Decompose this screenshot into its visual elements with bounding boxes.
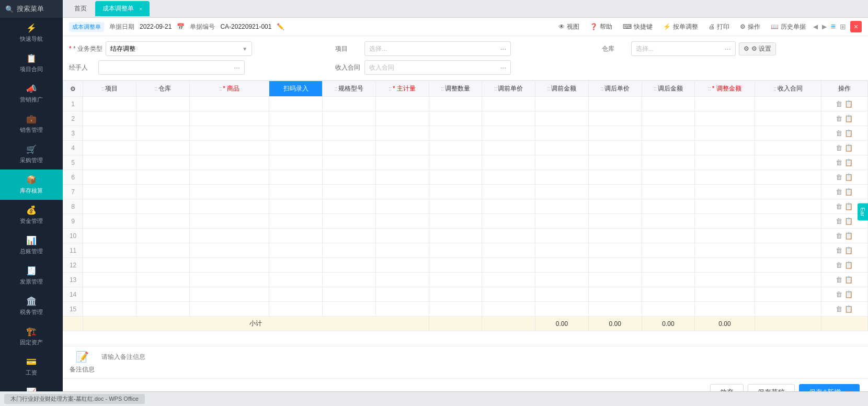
cell-prev-unit-price-4[interactable] <box>482 141 535 155</box>
close-button[interactable]: × <box>850 21 862 32</box>
delete-icon-1[interactable]: 🗑 <box>836 100 842 108</box>
sidebar-item-project-contract[interactable]: 📋 项目合同 <box>0 48 63 78</box>
col-scan[interactable]: 扫码录入 <box>269 81 323 97</box>
cell-product-15[interactable] <box>189 302 269 317</box>
copy-icon-2[interactable]: 📋 <box>844 115 853 122</box>
sidebar-item-purchase-mgmt[interactable]: 🛒 采购管理 <box>0 139 63 170</box>
copy-icon-13[interactable]: 📋 <box>844 276 853 284</box>
copy-icon-7[interactable]: 📋 <box>844 188 853 196</box>
cell-adj-unit-price-1[interactable] <box>588 97 642 111</box>
cell-income-contract-11[interactable] <box>755 243 821 258</box>
delete-icon-10[interactable]: 🗑 <box>836 232 842 240</box>
cell-adj-qty-1[interactable] <box>429 97 482 111</box>
cell-product-2[interactable] <box>189 111 269 126</box>
cell-income-contract-3[interactable] <box>755 126 821 141</box>
cell-adj-qty-9[interactable] <box>429 214 482 229</box>
cell-prev-unit-price-5[interactable] <box>482 155 535 170</box>
cell-adj-unit-price-4[interactable] <box>588 141 642 155</box>
cell-action-3[interactable]: 🗑 📋 <box>821 126 867 141</box>
cell-prev-amount-10[interactable] <box>535 229 589 243</box>
view-list-icon[interactable]: ≡ <box>831 22 836 31</box>
cell-prev-unit-price-6[interactable] <box>482 170 535 185</box>
cell-scan-7[interactable] <box>269 185 323 199</box>
cell-product-12[interactable] <box>189 258 269 273</box>
cell-adj-qty-14[interactable] <box>429 287 482 302</box>
batch-adjust-action[interactable]: ⚡ 按单调整 <box>660 21 701 32</box>
cell-adj-total-5[interactable] <box>695 155 755 170</box>
cell-action-6[interactable]: 🗑 📋 <box>821 170 867 185</box>
cell-income-contract-15[interactable] <box>755 302 821 317</box>
sidebar-item-invoice-mgmt[interactable]: 🧾 发票管理 <box>0 261 63 291</box>
delete-icon-4[interactable]: 🗑 <box>836 144 842 152</box>
cell-product-5[interactable] <box>189 155 269 170</box>
sidebar-search[interactable]: 🔍 搜索菜单 <box>0 0 63 18</box>
cell-unit-3[interactable] <box>375 126 429 141</box>
cell-adj-total-13[interactable] <box>695 273 755 287</box>
handler-input[interactable]: ··· <box>98 60 245 75</box>
cell-adj-total-9[interactable] <box>695 214 755 229</box>
cell-prev-unit-price-9[interactable] <box>482 214 535 229</box>
cell-spec-7[interactable] <box>323 185 376 199</box>
cell-spec-10[interactable] <box>323 229 376 243</box>
delete-icon-7[interactable]: 🗑 <box>836 188 842 196</box>
delete-icon-3[interactable]: 🗑 <box>836 129 842 137</box>
biz-type-input[interactable]: 结存调整 ▼ <box>106 41 252 56</box>
cell-unit-14[interactable] <box>375 287 429 302</box>
cell-adj-amount-12[interactable] <box>642 258 695 273</box>
cell-spec-15[interactable] <box>323 302 376 317</box>
cell-warehouse-14[interactable] <box>136 287 189 302</box>
cell-product-1[interactable] <box>189 97 269 111</box>
cell-project-3[interactable] <box>83 126 136 141</box>
cell-prev-amount-8[interactable] <box>535 199 589 214</box>
delete-icon-8[interactable]: 🗑 <box>836 202 842 210</box>
cell-project-5[interactable] <box>83 155 136 170</box>
sidebar-item-ledger-mgmt[interactable]: 📊 总账管理 <box>0 230 63 261</box>
cell-prev-amount-9[interactable] <box>535 214 589 229</box>
cell-adj-unit-price-8[interactable] <box>588 199 642 214</box>
settings-button[interactable]: ⚙ ⚙ 设置 <box>739 42 776 55</box>
cell-adj-total-10[interactable] <box>695 229 755 243</box>
cell-unit-12[interactable] <box>375 258 429 273</box>
cell-adj-total-4[interactable] <box>695 141 755 155</box>
cell-action-11[interactable]: 🗑 📋 <box>821 243 867 258</box>
cell-prev-unit-price-11[interactable] <box>482 243 535 258</box>
cell-prev-amount-5[interactable] <box>535 155 589 170</box>
cell-adj-qty-11[interactable] <box>429 243 482 258</box>
cell-product-8[interactable] <box>189 199 269 214</box>
right-edge-indicator[interactable]: Ear <box>858 203 868 220</box>
cell-warehouse-9[interactable] <box>136 214 189 229</box>
cell-unit-1[interactable] <box>375 97 429 111</box>
cell-prev-unit-price-2[interactable] <box>482 111 535 126</box>
cell-scan-2[interactable] <box>269 111 323 126</box>
cell-action-13[interactable]: 🗑 📋 <box>821 273 867 287</box>
view-split-icon[interactable]: ⊞ <box>840 22 846 31</box>
cell-income-contract-2[interactable] <box>755 111 821 126</box>
cell-adj-total-3[interactable] <box>695 126 755 141</box>
cell-adj-qty-4[interactable] <box>429 141 482 155</box>
cell-prev-amount-15[interactable] <box>535 302 589 317</box>
delete-icon-5[interactable]: 🗑 <box>836 159 842 166</box>
cell-scan-8[interactable] <box>269 199 323 214</box>
cell-adj-amount-9[interactable] <box>642 214 695 229</box>
cell-spec-5[interactable] <box>323 155 376 170</box>
cell-adj-total-11[interactable] <box>695 243 755 258</box>
cell-warehouse-11[interactable] <box>136 243 189 258</box>
copy-icon-15[interactable]: 📋 <box>844 305 853 313</box>
cell-action-12[interactable]: 🗑 📋 <box>821 258 867 273</box>
cell-action-10[interactable]: 🗑 📋 <box>821 229 867 243</box>
copy-icon-4[interactable]: 📋 <box>844 144 853 152</box>
cell-project-1[interactable] <box>83 97 136 111</box>
edit-icon[interactable]: ✏️ <box>277 23 284 30</box>
cell-product-13[interactable] <box>189 273 269 287</box>
cell-unit-11[interactable] <box>375 243 429 258</box>
cell-unit-9[interactable] <box>375 214 429 229</box>
cell-adj-unit-price-2[interactable] <box>588 111 642 126</box>
income-contract-ellipsis-icon[interactable]: ··· <box>500 63 507 72</box>
project-input[interactable]: 选择... ··· <box>364 41 511 56</box>
col-settings[interactable]: ⚙ <box>63 81 83 97</box>
ops-action[interactable]: ⚙ 操作 <box>737 21 763 32</box>
cell-income-contract-13[interactable] <box>755 273 821 287</box>
cell-unit-5[interactable] <box>375 155 429 170</box>
table-container[interactable]: ⚙ ::项目 ::仓库 ::* 商品 扫码录入 ::规格型号 ::* 主计量 :… <box>63 81 868 346</box>
cell-product-14[interactable] <box>189 287 269 302</box>
